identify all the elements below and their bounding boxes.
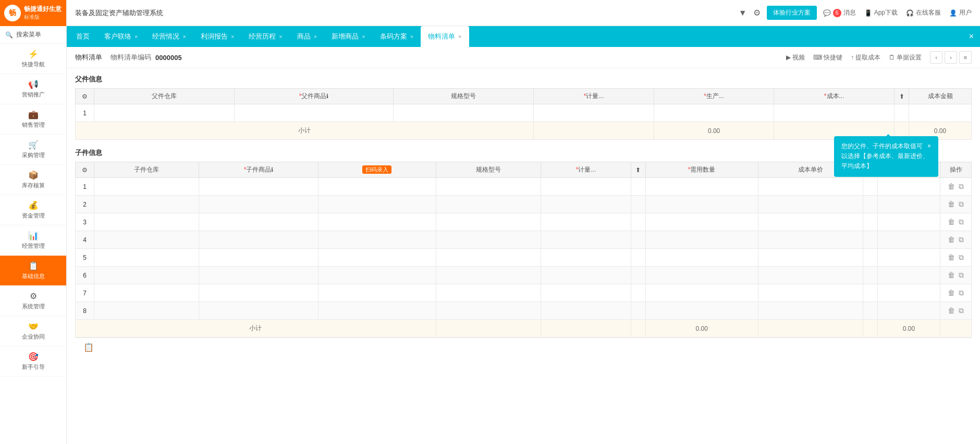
delete-icon[interactable]: 🗑 bbox=[947, 306, 956, 315]
child-cell-goods[interactable] bbox=[199, 196, 318, 213]
tab-history-close[interactable]: × bbox=[279, 33, 282, 40]
child-cell-spec[interactable] bbox=[436, 213, 541, 231]
parent-cell-qty[interactable] bbox=[534, 104, 654, 122]
child-cell-warehouse[interactable] bbox=[94, 196, 199, 213]
breadcrumb-bom[interactable]: 物料清单 bbox=[75, 53, 102, 62]
child-cell-qty[interactable] bbox=[645, 284, 758, 302]
copy-icon[interactable]: ⧉ bbox=[958, 306, 965, 315]
single-settings-action[interactable]: 🗒 单据设置 bbox=[889, 53, 922, 62]
delete-icon[interactable]: 🗑 bbox=[947, 289, 956, 297]
delete-icon[interactable]: 🗑 bbox=[947, 200, 956, 208]
close-all-tabs-button[interactable]: × bbox=[965, 32, 978, 41]
online-service-item[interactable]: 🎧 在线客服 bbox=[906, 8, 941, 17]
copy-icon[interactable]: ⧉ bbox=[958, 253, 965, 261]
child-col-settings[interactable]: ⚙ bbox=[76, 162, 94, 178]
sidebar-item-caigou[interactable]: 🛒 采购管理 bbox=[0, 135, 66, 165]
child-col-scan[interactable]: 扫码录入 bbox=[318, 162, 436, 178]
child-cell-goods[interactable] bbox=[199, 249, 318, 267]
sidebar-item-qiye[interactable]: 🤝 企业协同 bbox=[0, 316, 66, 346]
child-cell-warehouse[interactable] bbox=[94, 284, 199, 302]
child-cell-scan-field[interactable] bbox=[318, 249, 436, 267]
child-cell-scan-field[interactable] bbox=[318, 267, 436, 284]
child-cell-unit-price[interactable] bbox=[758, 284, 863, 302]
tab-profit-close[interactable]: × bbox=[231, 33, 234, 40]
sidebar-item-xitong[interactable]: ⚙ 系统管理 bbox=[0, 286, 66, 316]
child-cell-warehouse[interactable] bbox=[94, 231, 199, 249]
child-cell-spec[interactable] bbox=[436, 231, 541, 249]
child-cell-scan-field[interactable] bbox=[318, 213, 436, 231]
sidebar-search[interactable]: 🔍 搜索菜单 bbox=[0, 26, 66, 44]
tab-barcode[interactable]: 条码方案 × bbox=[373, 26, 421, 47]
delete-icon[interactable]: 🗑 bbox=[947, 235, 956, 244]
copy-icon[interactable]: ⧉ bbox=[958, 289, 965, 297]
shortcut-action[interactable]: ⌨ 快捷键 bbox=[813, 53, 842, 62]
child-cell-warehouse[interactable] bbox=[94, 213, 199, 231]
child-cell-spec[interactable] bbox=[436, 302, 541, 320]
extract-cost-action[interactable]: ↑ 提取成本 bbox=[851, 53, 880, 62]
message-item[interactable]: 💬 6 消息 bbox=[823, 8, 856, 17]
tab-customer-close[interactable]: × bbox=[134, 33, 138, 40]
child-cell-warehouse[interactable] bbox=[94, 302, 199, 320]
child-cell-scan-field[interactable] bbox=[318, 284, 436, 302]
child-cell-scan-field[interactable] bbox=[318, 178, 436, 196]
list-view-btn[interactable]: ≡ bbox=[959, 51, 972, 64]
settings-dropdown-icon[interactable]: ▼ bbox=[739, 8, 747, 18]
sidebar-item-zijin[interactable]: 💰 资金管理 bbox=[0, 195, 66, 225]
parent-cell-cost[interactable] bbox=[774, 104, 895, 122]
child-cell-goods[interactable] bbox=[199, 213, 318, 231]
tab-barcode-close[interactable]: × bbox=[410, 33, 413, 40]
child-cell-goods[interactable] bbox=[199, 302, 318, 320]
tab-customer[interactable]: 客户联络 × bbox=[97, 26, 145, 47]
sidebar-item-kuaijie[interactable]: ⚡ 快捷导航 bbox=[0, 44, 66, 74]
child-cell-unit[interactable] bbox=[541, 196, 631, 213]
child-cell-unit[interactable] bbox=[541, 302, 631, 320]
child-cell-scan-field[interactable] bbox=[318, 231, 436, 249]
tooltip-close-button[interactable]: × bbox=[927, 141, 931, 151]
delete-icon[interactable]: 🗑 bbox=[947, 271, 956, 279]
child-cell-qty[interactable] bbox=[645, 196, 758, 213]
tab-goods[interactable]: 商品 × bbox=[290, 26, 324, 47]
delete-icon[interactable]: 🗑 bbox=[947, 218, 956, 226]
child-cell-unit[interactable] bbox=[541, 178, 631, 196]
sidebar-item-xinshou[interactable]: 🎯 新手引导 bbox=[0, 346, 66, 377]
copy-icon[interactable]: ⧉ bbox=[958, 218, 965, 226]
child-cell-unit-price[interactable] bbox=[758, 178, 863, 196]
copy-icon[interactable]: ⧉ bbox=[958, 271, 965, 279]
app-download-item[interactable]: 📱 App下载 bbox=[864, 8, 898, 17]
child-cell-qty[interactable] bbox=[645, 267, 758, 284]
sidebar-item-kucun[interactable]: 📦 库存核算 bbox=[0, 165, 66, 195]
child-cell-qty[interactable] bbox=[645, 231, 758, 249]
child-cell-unit[interactable] bbox=[541, 249, 631, 267]
child-cell-spec[interactable] bbox=[436, 196, 541, 213]
tab-new-goods[interactable]: 新增商品 × bbox=[324, 26, 372, 47]
child-cell-spec[interactable] bbox=[436, 178, 541, 196]
child-cell-warehouse[interactable] bbox=[94, 267, 199, 284]
sidebar-item-yingxiao[interactable]: 📢 营销推广 bbox=[0, 74, 66, 104]
prev-btn[interactable]: ‹ bbox=[930, 51, 942, 64]
sidebar-item-jichu[interactable]: 📋 基础信息 bbox=[0, 256, 66, 286]
parent-cell-produce[interactable] bbox=[654, 104, 774, 122]
child-cell-spec[interactable] bbox=[436, 284, 541, 302]
child-cell-unit-price[interactable] bbox=[758, 196, 863, 213]
tab-profit[interactable]: 利润报告 × bbox=[193, 26, 241, 47]
child-cell-unit-price[interactable] bbox=[758, 213, 863, 231]
parent-cell-warehouse[interactable] bbox=[94, 104, 235, 122]
child-cell-unit[interactable] bbox=[541, 267, 631, 284]
child-cell-goods[interactable] bbox=[199, 178, 318, 196]
trial-button[interactable]: 体验行业方案 bbox=[767, 6, 817, 20]
child-cell-spec[interactable] bbox=[436, 249, 541, 267]
child-cell-warehouse[interactable] bbox=[94, 178, 199, 196]
tab-operation[interactable]: 经营情况 × bbox=[145, 26, 193, 47]
child-cell-scan-field[interactable] bbox=[318, 196, 436, 213]
child-cell-unit-price[interactable] bbox=[758, 302, 863, 320]
child-cell-qty[interactable] bbox=[645, 178, 758, 196]
tab-operation-close[interactable]: × bbox=[182, 33, 186, 40]
scan-badge[interactable]: 扫码录入 bbox=[362, 165, 391, 174]
parent-col-settings[interactable]: ⚙ bbox=[76, 89, 94, 104]
child-cell-unit[interactable] bbox=[541, 284, 631, 302]
child-cell-scan-field[interactable] bbox=[318, 302, 436, 320]
child-cell-unit-price[interactable] bbox=[758, 267, 863, 284]
tab-new-goods-close[interactable]: × bbox=[362, 33, 365, 40]
child-cell-goods[interactable] bbox=[199, 284, 318, 302]
parent-cell-goods[interactable] bbox=[235, 104, 394, 122]
